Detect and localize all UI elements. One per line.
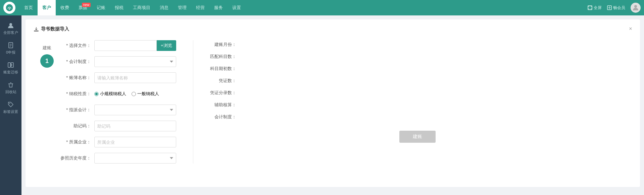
nav-item-bookkeeping[interactable]: 记账 — [92, 0, 110, 15]
svg-point-4 — [634, 5, 637, 8]
accounting-system-select[interactable] — [94, 56, 176, 67]
migrate-icon — [7, 62, 14, 68]
sidebar-item-all-customers[interactable]: 全部客户 — [0, 19, 21, 39]
nav-item-tax[interactable]: 报税 — [110, 0, 128, 15]
match-label: 匹配科目数： — [210, 54, 236, 60]
nav-items: 首页 客户 收费 票据 new 记账 报税 工商项目 消息 管理 经营 服务 设… — [19, 0, 588, 15]
sidebar: 全部客户 0申报 账套迁移 回收站 — [0, 15, 21, 195]
tax-type-radio-group: 小规模纳税人 一般纳税人 — [94, 88, 176, 99]
step-circle: 1 — [40, 54, 54, 68]
nav-item-settings[interactable]: 设置 — [228, 0, 246, 15]
initial-label: 科目期初数： — [210, 66, 236, 72]
invoice-badge: new — [82, 3, 91, 7]
ledger-name-input[interactable] — [94, 72, 176, 83]
memo-code-label: 助记码： — [60, 123, 91, 129]
info-grid: 建账月份： 匹配科目数： 科目期初数： 凭证数： 凭证分录数： 辅助核算： 会计… — [210, 42, 625, 121]
form-left: 建账 1 * 选择文件： +浏览 * 会计制度： — [40, 40, 176, 164]
nav-right: 全屏 畅会员 — [588, 3, 641, 13]
voucher-label: 凭证数： — [210, 78, 236, 84]
history-year-select[interactable] — [94, 153, 176, 164]
tag-icon — [7, 101, 14, 108]
user-avatar[interactable] — [631, 3, 641, 13]
member-btn[interactable]: 畅会员 — [607, 5, 625, 11]
browse-button[interactable]: +浏览 — [157, 40, 176, 51]
tax-general-label: 一般纳税人 — [137, 91, 159, 97]
memo-code-input[interactable] — [94, 121, 176, 131]
main-content: 导爷数据导入 × 建账 1 * 选择文件： +浏览 — [21, 15, 644, 195]
accounting-info-label: 会计制度： — [210, 114, 236, 120]
nav-item-invoice[interactable]: 票据 new — [74, 0, 92, 15]
tax-small-label: 小规模纳税人 — [100, 91, 126, 97]
svg-point-0 — [6, 4, 13, 11]
right-section: 建账月份： 匹配科目数： 科目期初数： 凭证数： 凭证分录数： 辅助核算： 会计… — [210, 40, 625, 164]
form-grid: * 选择文件： +浏览 * 会计制度： * 账簿名称： — [60, 40, 176, 164]
layout: 全部客户 0申报 账套迁移 回收站 — [0, 15, 644, 195]
ledger-name-label: * 账簿名称： — [60, 75, 91, 81]
month-value — [240, 42, 625, 48]
sidebar-item-recycle[interactable]: 回收站 — [0, 78, 21, 98]
tax-small-input[interactable] — [94, 92, 99, 96]
aux-label: 辅助核算： — [210, 102, 236, 108]
svg-point-5 — [9, 23, 12, 26]
build-btn-area: 建账 — [210, 131, 625, 143]
tax-general-input[interactable] — [132, 92, 136, 96]
accounting-info-value — [240, 114, 625, 121]
nav-item-message[interactable]: 消息 — [155, 0, 173, 15]
nav-item-fee[interactable]: 收费 — [56, 0, 74, 15]
sidebar-item-declaration[interactable]: 0申报 — [0, 39, 21, 58]
company-label: * 所属企业： — [60, 139, 91, 145]
accountant-select[interactable] — [94, 105, 176, 115]
import-icon — [34, 26, 39, 32]
step-label: 建账 — [43, 45, 51, 51]
nav-item-manage[interactable]: 管理 — [173, 0, 191, 15]
panel: 导爷数据导入 × 建账 1 * 选择文件： +浏览 — [26, 19, 640, 187]
history-year-label: 参照历史年度： — [60, 155, 91, 161]
nav-item-customer[interactable]: 客户 — [38, 0, 56, 15]
fullscreen-label: 全屏 — [594, 5, 602, 11]
tax-small-radio[interactable]: 小规模纳税人 — [94, 91, 126, 97]
voucher-entries-value — [240, 90, 625, 96]
initial-value — [240, 66, 625, 72]
tax-type-label: * 纳税性质： — [60, 91, 91, 97]
build-account-button[interactable]: 建账 — [399, 131, 436, 143]
company-input[interactable] — [94, 137, 176, 147]
svg-point-9 — [9, 103, 10, 104]
svg-rect-7 — [8, 63, 10, 67]
form-area: 建账 1 * 选择文件： +浏览 * 会计制度： — [34, 40, 632, 164]
tax-general-radio[interactable]: 一般纳税人 — [132, 91, 159, 97]
nav-item-business[interactable]: 工商项目 — [128, 0, 155, 15]
file-label: * 选择文件： — [60, 43, 91, 49]
match-value — [240, 54, 625, 60]
close-button[interactable]: × — [627, 25, 635, 33]
accountant-label: * 指派会计： — [60, 107, 91, 113]
nav-item-service[interactable]: 服务 — [209, 0, 228, 15]
member-label: 畅会员 — [613, 5, 625, 11]
user-icon — [7, 22, 14, 29]
nav-logo[interactable] — [3, 2, 15, 14]
sidebar-item-migrate[interactable]: 账套迁移 — [0, 58, 21, 78]
nav-item-operation[interactable]: 经营 — [191, 0, 209, 15]
top-nav: 首页 客户 收费 票据 new 记账 报税 工商项目 消息 管理 经营 服务 设… — [0, 0, 644, 15]
panel-title: 导爷数据导入 — [34, 26, 632, 32]
fullscreen-btn[interactable]: 全屏 — [588, 5, 602, 11]
svg-point-1 — [9, 8, 10, 10]
accounting-system-label: * 会计制度： — [60, 59, 91, 65]
file-input[interactable] — [94, 40, 157, 51]
aux-value — [240, 102, 625, 109]
sidebar-item-tag[interactable]: 标签设置 — [0, 98, 21, 118]
voucher-value — [240, 78, 625, 84]
svg-rect-2 — [588, 6, 592, 10]
file-input-group: +浏览 — [94, 40, 176, 51]
voucher-entries-label: 凭证分录数： — [210, 90, 236, 96]
trash-icon — [7, 81, 14, 88]
file-icon — [7, 42, 14, 49]
month-label: 建账月份： — [210, 42, 236, 48]
divider — [193, 40, 193, 164]
nav-item-home[interactable]: 首页 — [19, 0, 38, 15]
